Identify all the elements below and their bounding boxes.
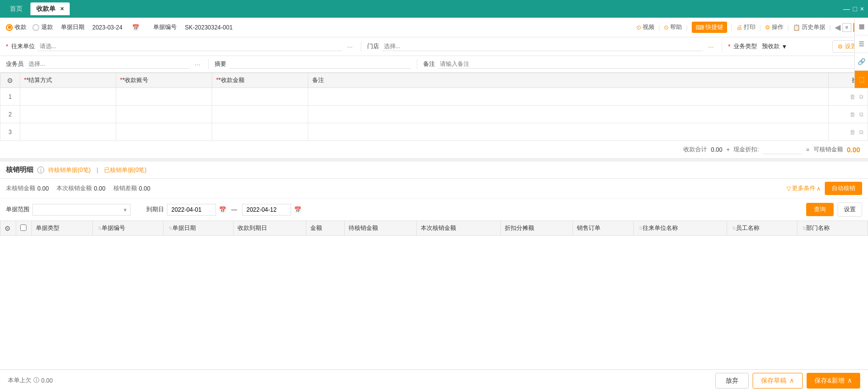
btn-history[interactable]: 📋 历史单据	[793, 23, 825, 31]
window-close-icon[interactable]: ×	[860, 5, 864, 13]
remark-header: 备注	[308, 73, 828, 88]
scope-select[interactable]	[32, 204, 131, 216]
remark-cell-2[interactable]	[308, 106, 828, 123]
copy-icon-2[interactable]: ⧉	[859, 111, 864, 118]
remark-input[interactable]	[438, 59, 862, 69]
history-label: 历史单据	[802, 23, 825, 31]
sidebar-icon-attachment[interactable]: 🔗	[855, 53, 868, 71]
current-verify-stat: 本次核销金额 0.00	[56, 184, 105, 193]
abandon-btn[interactable]: 放弃	[715, 373, 749, 389]
bottom-bar: 本单上欠 ⓘ 0.00 放弃 保存草稿 ∧ 保存&新增 ∧	[0, 369, 868, 391]
date-from-icon[interactable]: 📅	[219, 206, 226, 213]
receipt-table: ⚙ **结算方式 **收款账号 **收款金额 备注 操作	[0, 73, 868, 141]
radio-receive[interactable]: 收款	[6, 23, 27, 31]
remark-cell-3[interactable]	[308, 123, 828, 141]
window-min-icon[interactable]: —	[843, 5, 850, 13]
more-conditions-btn[interactable]: ▽ 更多条件 ∧	[787, 184, 821, 193]
prev-icon[interactable]: ◀	[835, 23, 841, 32]
due-date-label: 到期日	[146, 205, 164, 214]
delete-icon-1[interactable]: 🗑	[850, 93, 856, 100]
table-settings-header[interactable]: ⚙	[0, 73, 20, 88]
copy-icon-1[interactable]: ⧉	[859, 93, 864, 100]
btn-print[interactable]: 🖨 打印	[736, 23, 756, 31]
unverified-stat: 未核销金额 0.00	[6, 184, 49, 193]
btn-help[interactable]: ⊙ 帮助	[664, 23, 682, 31]
bottom-info-label: 本单上欠	[8, 376, 31, 385]
nav-tab-receipt[interactable]: 收款单 ×	[30, 2, 70, 15]
salesperson-input[interactable]	[27, 59, 190, 69]
verify-info-icon[interactable]: i	[37, 167, 44, 173]
toolbar-row: 收款 退款 单据日期 2023-03-24 📅 单据编号 SK-20230324…	[0, 18, 868, 37]
business-type-dropdown[interactable]: 预收款 ▼	[760, 41, 789, 52]
delete-icon-3[interactable]: 🗑	[850, 129, 856, 136]
auto-verify-btn[interactable]: 自动核销	[825, 182, 862, 195]
delete-icon-2[interactable]: 🗑	[850, 111, 856, 118]
bottom-info-icon[interactable]: ⓘ	[33, 376, 39, 385]
window-max-icon[interactable]: □	[853, 5, 857, 13]
btn-operation[interactable]: ⚙ 操作	[765, 23, 784, 31]
radio-return[interactable]: 退款	[32, 23, 53, 31]
amount-cell-2[interactable]	[212, 106, 308, 123]
btn-shortcut[interactable]: ⌨ 快捷键	[692, 22, 727, 33]
nav-home[interactable]: 首页	[4, 2, 28, 15]
sidebar-icon-1[interactable]: ▦	[855, 18, 868, 35]
form-row-1: * 往来单位 ··· 门店 ··· * 业务类型 预收款 ▼ ⚙ 设置	[0, 37, 868, 56]
due-date-filter: 到期日 📅 — 📅	[146, 204, 301, 216]
tab-close-icon[interactable]: ×	[60, 5, 64, 12]
settlement-cell-3[interactable]	[20, 123, 116, 141]
date-to-input[interactable]	[242, 204, 291, 216]
store-label: 门店	[367, 42, 379, 51]
remark-cell-1[interactable]	[308, 88, 828, 106]
scope-label: 单据范围	[6, 205, 29, 214]
draft-btn[interactable]: 保存草稿 ∧	[753, 373, 803, 389]
bottom-actions: 放弃 保存草稿 ∧ 保存&新增 ∧	[715, 373, 860, 389]
operation-label: 操作	[772, 23, 784, 31]
copy-icon-3[interactable]: ⧉	[859, 129, 864, 136]
discount-input[interactable]	[763, 145, 802, 154]
row-num-1: 1	[0, 88, 20, 106]
radio-return-label: 退款	[41, 23, 53, 31]
sidebar-icon-2[interactable]: ☰	[855, 35, 868, 53]
filter-buttons: 查询 设置	[806, 202, 862, 217]
filter-settings-btn[interactable]: 设置	[838, 202, 862, 217]
vt-current-header: 本次核销金额	[417, 221, 500, 236]
account-cell-2[interactable]	[116, 106, 212, 123]
vt-settings-header[interactable]: ⚙	[0, 221, 16, 236]
table-gear-icon[interactable]: ⚙	[7, 77, 13, 84]
sidebar-icon-expand[interactable]: ⬚	[855, 71, 868, 88]
query-btn[interactable]: 查询	[806, 203, 834, 216]
counterpart-more-btn[interactable]: ···	[345, 43, 355, 51]
salesperson-more-btn[interactable]: ···	[192, 60, 202, 68]
summary-field: 摘要	[215, 59, 411, 69]
account-cell-1[interactable]	[116, 88, 212, 106]
table-row: 1 🗑 ⧉	[0, 88, 868, 106]
store-more-btn[interactable]: ···	[706, 43, 716, 51]
done-tab[interactable]: 已核销单据(0笔)	[104, 166, 147, 174]
help-icon: ⊙	[664, 24, 669, 31]
date-to-icon[interactable]: 📅	[294, 206, 301, 213]
date-from-input[interactable]	[167, 204, 216, 216]
vt-doc-num-header: ⇅单据编号	[93, 221, 163, 236]
settlement-cell-2[interactable]	[20, 106, 116, 123]
summary-input[interactable]	[229, 59, 411, 69]
done-label: 已核销单据(0笔)	[104, 166, 147, 174]
pending-tab[interactable]: 待核销单据(0笔)	[48, 166, 91, 174]
vt-checkbox-header[interactable]	[16, 221, 32, 236]
number-value: SK-20230324-001	[185, 24, 232, 31]
store-input[interactable]	[382, 42, 704, 51]
amount-cell-3[interactable]	[212, 123, 308, 141]
vt-gear-icon[interactable]: ⚙	[4, 224, 11, 232]
date-picker-icon[interactable]: 📅	[132, 24, 139, 31]
account-cell-3[interactable]	[116, 123, 212, 141]
select-all-checkbox[interactable]	[20, 224, 27, 231]
save-new-btn[interactable]: 保存&新增 ∧	[807, 373, 860, 389]
settlement-cell-1[interactable]	[20, 88, 116, 106]
amount-cell-1[interactable]	[212, 88, 308, 106]
counterpart-label: 往来单位	[11, 42, 35, 51]
summary-label: 摘要	[215, 60, 226, 68]
counterpart-input[interactable]	[38, 42, 342, 51]
remark-label: 备注	[423, 60, 435, 68]
btn-video[interactable]: ⊙ 视频	[636, 23, 654, 31]
sort-icon-5: ⇅	[802, 225, 806, 231]
list-view-icon[interactable]: ≡	[842, 23, 851, 32]
